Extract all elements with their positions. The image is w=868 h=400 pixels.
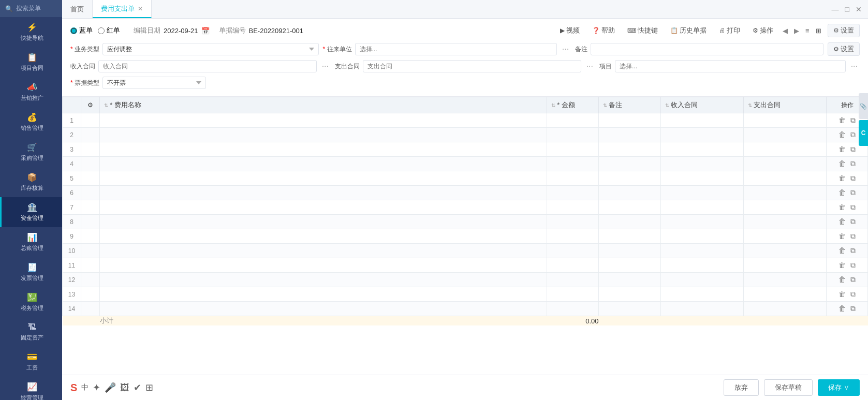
sidebar-item-quick-nav[interactable]: ⚡ 快捷导航	[0, 17, 62, 47]
sidebar-item-inventory[interactable]: 📦 库存核算	[0, 167, 62, 197]
row-expense-name[interactable]	[100, 215, 547, 229]
row-amount[interactable]	[547, 287, 599, 302]
row-expense-name[interactable]	[100, 258, 547, 273]
business-type-select[interactable]: 应付调整	[102, 43, 319, 55]
row-remark[interactable]	[599, 200, 661, 215]
copy-icon[interactable]: ⧉	[850, 145, 856, 153]
project-input[interactable]	[615, 60, 846, 72]
list-view-btn[interactable]: ≡	[805, 27, 810, 35]
row-amount[interactable]	[547, 229, 599, 244]
row-income-contract[interactable]	[661, 200, 744, 215]
row-remark[interactable]	[599, 302, 661, 316]
sidebar-item-tax-mgmt[interactable]: 💹 税务管理	[0, 287, 62, 317]
sidebar-item-fixed-assets[interactable]: 🏗 固定资产	[0, 317, 62, 347]
copy-icon[interactable]: ⧉	[850, 275, 856, 284]
row-expense-name[interactable]	[100, 186, 547, 200]
row-amount[interactable]	[547, 244, 599, 258]
operation-btn[interactable]: ⚙ 操作	[749, 25, 776, 36]
row-expense-contract[interactable]	[744, 142, 827, 157]
col-gear[interactable]: ⚙	[81, 97, 100, 113]
row-expense-name[interactable]	[100, 302, 547, 316]
row-amount[interactable]	[547, 157, 599, 171]
delete-icon[interactable]: 🗑	[838, 203, 846, 211]
row-expense-name[interactable]	[100, 273, 547, 287]
row-expense-name[interactable]	[100, 157, 547, 171]
row-income-contract[interactable]	[661, 302, 744, 316]
copy-icon[interactable]: ⧉	[850, 116, 856, 124]
calendar-icon[interactable]: 📅	[201, 27, 210, 35]
row-expense-contract[interactable]	[744, 186, 827, 200]
sidebar-item-accounting[interactable]: 📊 总账管理	[0, 227, 62, 257]
discard-button[interactable]: 放弃	[724, 379, 759, 396]
row-income-contract[interactable]	[661, 273, 744, 287]
row-expense-contract[interactable]	[744, 273, 827, 287]
sidebar-item-capital-mgmt[interactable]: 🏦 资金管理	[0, 197, 62, 227]
row-amount[interactable]	[547, 142, 599, 157]
row-income-contract[interactable]	[661, 287, 744, 302]
delete-icon[interactable]: 🗑	[838, 275, 846, 284]
row-remark[interactable]	[599, 113, 661, 128]
row-expense-contract[interactable]	[744, 113, 827, 128]
row-income-contract[interactable]	[661, 229, 744, 244]
project-dots[interactable]: ···	[849, 62, 860, 71]
row-amount[interactable]	[547, 200, 599, 215]
partner-dots[interactable]: ···	[560, 45, 571, 54]
row-amount[interactable]	[547, 113, 599, 128]
help-btn[interactable]: ❓ 帮助	[589, 25, 618, 36]
shortcut-btn[interactable]: ⌨ 快捷键	[624, 25, 661, 36]
footer-icon-img[interactable]: 🖼	[120, 382, 129, 393]
row-amount[interactable]	[547, 273, 599, 287]
copy-icon[interactable]: ⧉	[850, 130, 856, 139]
row-income-contract[interactable]	[661, 258, 744, 273]
red-bill-radio[interactable]	[98, 27, 105, 34]
footer-icon-mic[interactable]: 🎤	[105, 382, 116, 393]
footer-icon-s[interactable]: S	[70, 382, 77, 394]
delete-icon[interactable]: 🗑	[838, 130, 846, 139]
sidebar-item-invoice-mgmt[interactable]: 🧾 发票管理	[0, 257, 62, 287]
copy-icon[interactable]: ⧉	[850, 203, 856, 211]
row-remark[interactable]	[599, 215, 661, 229]
row-remark[interactable]	[599, 186, 661, 200]
row-income-contract[interactable]	[661, 186, 744, 200]
row-remark[interactable]	[599, 287, 661, 302]
delete-icon[interactable]: 🗑	[838, 145, 846, 153]
blue-bill-option[interactable]: 蓝单	[70, 26, 93, 35]
right-edge-btn1[interactable]: 📎	[859, 93, 868, 119]
row-expense-contract[interactable]	[744, 200, 827, 215]
right-edge-btn2[interactable]: C	[859, 120, 868, 146]
row-remark[interactable]	[599, 244, 661, 258]
nav-prev-btn[interactable]: ◀	[783, 27, 788, 35]
footer-icon-dot[interactable]: ✦	[93, 382, 100, 393]
nav-next-btn[interactable]: ▶	[794, 27, 799, 35]
row-expense-contract[interactable]	[744, 244, 827, 258]
copy-icon[interactable]: ⧉	[850, 246, 856, 255]
row-expense-name[interactable]	[100, 128, 547, 142]
tab-close-expense-bill[interactable]: ✕	[138, 5, 143, 12]
row-amount[interactable]	[547, 302, 599, 316]
tab-expense-bill[interactable]: 费用支出单 ✕	[93, 0, 152, 18]
row-remark[interactable]	[599, 128, 661, 142]
sidebar-item-purchase-mgmt[interactable]: 🛒 采购管理	[0, 137, 62, 167]
income-contract-input[interactable]	[98, 60, 317, 72]
footer-icon-grid[interactable]: ⊞	[145, 382, 153, 393]
delete-icon[interactable]: 🗑	[838, 174, 846, 182]
row-expense-contract[interactable]	[744, 287, 827, 302]
delete-icon[interactable]: 🗑	[838, 188, 846, 197]
delete-icon[interactable]: 🗑	[838, 232, 846, 240]
row-income-contract[interactable]	[661, 215, 744, 229]
row-amount[interactable]	[547, 128, 599, 142]
row-expense-name[interactable]	[100, 287, 547, 302]
minimize-btn[interactable]: —	[832, 5, 839, 13]
row-amount[interactable]	[547, 258, 599, 273]
history-btn[interactable]: 📋 历史单据	[667, 25, 710, 36]
set-button[interactable]: ⚙ 设置	[828, 24, 860, 37]
row-expense-contract[interactable]	[744, 229, 827, 244]
table-container[interactable]: ⚙ ⇅ * 费用名称 ⇅ * 金额 ⇅ 备注 ⇅ 收入	[62, 97, 868, 375]
print-btn[interactable]: 🖨 打印	[716, 25, 743, 36]
row-income-contract[interactable]	[661, 171, 744, 186]
row-amount[interactable]	[547, 215, 599, 229]
row-income-contract[interactable]	[661, 157, 744, 171]
delete-icon[interactable]: 🗑	[838, 246, 846, 255]
save-button[interactable]: 保存 ∨	[818, 379, 860, 396]
copy-icon[interactable]: ⧉	[850, 290, 856, 298]
